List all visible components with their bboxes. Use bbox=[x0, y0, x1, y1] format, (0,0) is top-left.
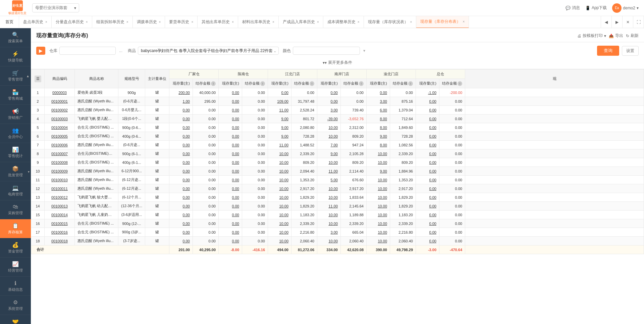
cell-f-stock[interactable]: 0.00 bbox=[169, 123, 193, 132]
nav-tab-diaobao[interactable]: 调拨单历史 × bbox=[133, 16, 165, 28]
cell-na-stock[interactable]: 11.00 bbox=[317, 202, 341, 211]
close-icon[interactable]: × bbox=[272, 20, 274, 24]
cell-t-stock[interactable]: 0.00 bbox=[416, 184, 439, 193]
cell-yb-stock[interactable]: 10.00 bbox=[367, 158, 390, 167]
cell-na-stock[interactable]: 0.00 bbox=[317, 97, 341, 106]
export-action[interactable]: 📤 导出 bbox=[609, 33, 623, 39]
cell-f-stock[interactable]: 200.00 bbox=[169, 88, 193, 97]
cell-t-stock[interactable]: 0.00 bbox=[416, 158, 439, 167]
cell-code[interactable]: 00100008 bbox=[45, 158, 75, 167]
cell-cn-stock[interactable]: 0.00 bbox=[219, 228, 242, 237]
cell-code[interactable]: 0000003 bbox=[45, 88, 75, 97]
close-icon[interactable]: × bbox=[358, 20, 360, 24]
cell-t-stock[interactable]: 0.00 bbox=[416, 202, 439, 211]
close-icon[interactable]: × bbox=[86, 20, 88, 24]
cell-na-stock[interactable]: -39.00 bbox=[317, 114, 341, 123]
cell-t-stock[interactable]: 0.00 bbox=[416, 132, 439, 141]
close-icon[interactable]: × bbox=[45, 20, 47, 24]
cell-code[interactable]: 00100003 bbox=[45, 114, 75, 123]
cell-code[interactable]: 00100006 bbox=[45, 141, 75, 149]
cell-cn-stock[interactable]: 0.00 bbox=[219, 114, 242, 123]
cell-jb-stock[interactable]: 10.00 bbox=[268, 149, 291, 158]
cell-t-stock[interactable]: 0.00 bbox=[416, 141, 439, 149]
close-icon[interactable]: × bbox=[410, 20, 412, 24]
cell-na-stock[interactable]: 5.00 bbox=[317, 176, 341, 184]
cell-na-stock[interactable]: 3.00 bbox=[317, 106, 341, 114]
cell-f-stock[interactable]: 0.00 bbox=[169, 237, 193, 245]
sidebar-item-inventory[interactable]: 📋 库存核算 bbox=[0, 219, 31, 238]
goods-input[interactable] bbox=[138, 47, 279, 55]
cell-jb-stock[interactable]: 0.00 bbox=[268, 88, 291, 97]
cell-jb-stock[interactable]: 10.00 bbox=[268, 237, 291, 245]
cell-code[interactable]: 00100004 bbox=[45, 123, 75, 132]
factory-amt-info[interactable]: i bbox=[211, 81, 216, 86]
cell-f-stock[interactable]: 0.00 bbox=[169, 228, 193, 237]
settings-button[interactable]: 设置 bbox=[622, 46, 639, 56]
cell-yb-stock[interactable]: 3.00 bbox=[367, 97, 390, 106]
cell-t-stock[interactable]: 0.00 bbox=[416, 176, 439, 184]
color-input[interactable] bbox=[293, 47, 360, 55]
nav-tab-yaohuo[interactable]: 要货单历史 × bbox=[165, 16, 198, 28]
cell-jb-stock[interactable]: 10.00 bbox=[268, 219, 291, 228]
cell-na-stock[interactable]: 9.00 bbox=[317, 149, 341, 158]
cell-yb-stock[interactable]: 10.00 bbox=[367, 184, 390, 193]
user-area[interactable]: Ea demo2 ▾ bbox=[612, 3, 639, 13]
cell-f-stock[interactable]: 1.00 bbox=[169, 97, 193, 106]
cell-f-stock[interactable]: 0.00 bbox=[169, 106, 193, 114]
sidebar-item-collab[interactable]: 🤝 企业协同 bbox=[0, 315, 31, 324]
sidebar-item-quicknav[interactable]: ⚡ 快捷导航 bbox=[0, 47, 31, 66]
sidebar-item-operations[interactable]: 📈 经营管理 bbox=[0, 258, 31, 277]
close-icon[interactable]: × bbox=[159, 20, 161, 24]
cell-code[interactable]: 00100016 bbox=[45, 228, 75, 237]
cell-yb-stock[interactable]: 8.00 bbox=[367, 123, 390, 132]
sidebar-item-purchase[interactable]: 🛍 采购管理 bbox=[0, 200, 31, 219]
cell-yb-stock[interactable]: 10.00 bbox=[367, 219, 390, 228]
close-icon[interactable]: × bbox=[317, 20, 319, 24]
setting-icon[interactable]: ☰ bbox=[35, 76, 41, 82]
cell-code[interactable]: 00100001 bbox=[45, 97, 75, 106]
cell-na-stock[interactable]: 10.00 bbox=[317, 123, 341, 132]
cell-f-stock[interactable]: 0.00 bbox=[169, 158, 193, 167]
cell-t-stock[interactable]: 0.00 bbox=[416, 114, 439, 123]
cell-yb-stock[interactable]: 9.00 bbox=[367, 167, 390, 176]
cell-f-stock[interactable]: 0.00 bbox=[169, 193, 193, 202]
cell-cn-stock[interactable]: 0.00 bbox=[219, 237, 242, 245]
cell-yb-stock[interactable]: 9.00 bbox=[367, 132, 390, 141]
cell-code[interactable]: 00100013 bbox=[45, 202, 75, 211]
cell-t-stock[interactable]: 0.00 bbox=[416, 106, 439, 114]
cell-jb-stock[interactable]: 11.00 bbox=[268, 141, 291, 149]
sidebar-item-ecommerce[interactable]: 💻 电商管理 bbox=[0, 181, 31, 200]
cell-t-stock[interactable]: 0.00 bbox=[416, 97, 439, 106]
cell-yb-stock[interactable]: 10.00 bbox=[367, 228, 390, 237]
cell-cn-stock[interactable]: 0.00 bbox=[219, 167, 242, 176]
cell-cn-stock[interactable]: 0.00 bbox=[219, 219, 242, 228]
query-button[interactable]: 查询 bbox=[597, 46, 619, 56]
close-icon[interactable]: × bbox=[126, 20, 128, 24]
nav-home[interactable]: 首页 bbox=[0, 16, 19, 28]
cell-code[interactable]: 00100011 bbox=[45, 184, 75, 193]
cell-code[interactable]: 00100010 bbox=[45, 176, 75, 184]
cell-jb-stock[interactable]: 9.00 bbox=[268, 132, 291, 141]
cell-yb-stock[interactable]: 10.00 bbox=[367, 202, 390, 211]
cell-cn-stock[interactable]: 0.00 bbox=[219, 193, 242, 202]
cell-cn-stock[interactable]: 0.00 bbox=[219, 211, 242, 219]
cell-code[interactable]: 00100009 bbox=[45, 167, 75, 176]
cell-yb-stock[interactable]: 0.00 bbox=[367, 88, 390, 97]
nav-tab-zuzhuang[interactable]: 组装拆卸单历史 × bbox=[92, 16, 133, 28]
cell-cn-stock[interactable]: 0.00 bbox=[219, 176, 242, 184]
cell-jb-stock[interactable]: 10.00 bbox=[268, 158, 291, 167]
cell-cn-stock[interactable]: 0.00 bbox=[219, 202, 242, 211]
sidebar-item-retail-store[interactable]: 🏪 零售商城 bbox=[0, 86, 31, 105]
nav-tab-chengben[interactable]: 成本调整单历史 × bbox=[323, 16, 364, 28]
cell-yb-stock[interactable]: 8.00 bbox=[367, 114, 390, 123]
industry-selector[interactable]: 母婴行业演示陈套 ▾ bbox=[32, 3, 79, 12]
warehouse-dots-btn[interactable]: ... bbox=[118, 48, 124, 53]
nav-fullscreen-btn[interactable]: ⛶ bbox=[633, 16, 644, 28]
cell-jb-stock[interactable]: 10.00 bbox=[268, 167, 291, 176]
cell-f-stock[interactable]: 0.00 bbox=[169, 167, 193, 176]
cell-yb-stock[interactable]: 10.00 bbox=[367, 193, 390, 202]
sidebar-item-basic-info[interactable]: ℹ 基础信息 bbox=[0, 277, 31, 296]
cell-na-stock[interactable]: 10.00 bbox=[317, 193, 341, 202]
close-icon[interactable]: × bbox=[463, 20, 465, 24]
cell-jb-stock[interactable]: 10.00 bbox=[268, 211, 291, 219]
